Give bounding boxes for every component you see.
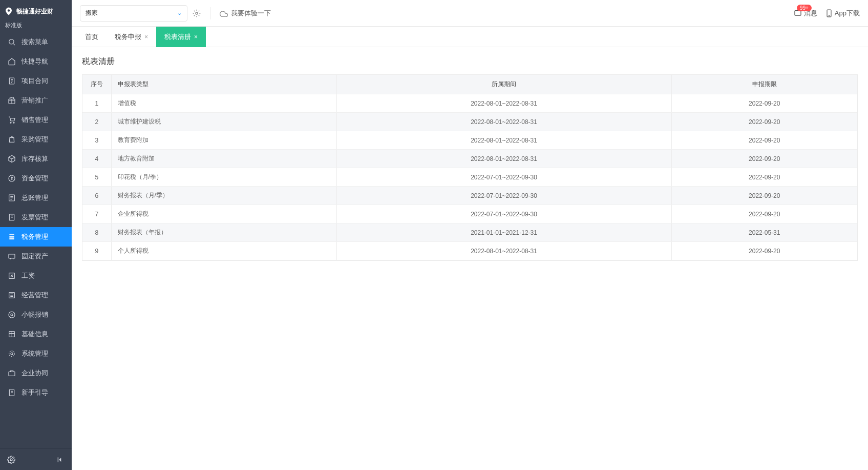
biz-icon	[7, 291, 16, 300]
cell-period: 2022-08-01~2022-08-31	[336, 94, 671, 113]
box-icon	[7, 154, 16, 164]
svg-point-3	[10, 122, 11, 123]
table-row[interactable]: 2 城市维护建设税 2022-08-01~2022-08-31 2022-09-…	[82, 113, 857, 131]
cell-deadline: 2022-05-31	[671, 223, 857, 242]
cell-index: 4	[82, 150, 111, 168]
cell-period: 2022-07-01~2022-09-30	[336, 168, 671, 187]
cell-type: 财务报表（年报）	[111, 223, 336, 242]
tab-label: 首页	[85, 32, 98, 42]
experience-link[interactable]: 我要体验一下	[220, 9, 271, 18]
tab-1[interactable]: 税务申报×	[107, 27, 156, 47]
svg-rect-18	[58, 457, 58, 462]
app-name: 畅捷通好业财	[16, 7, 53, 16]
topbar-right: 99+ 消息 App下载	[794, 9, 860, 18]
sidebar-item-report[interactable]: 小畅报销	[0, 305, 72, 324]
sidebar-item-label: 项目合同	[22, 76, 65, 86]
gear-icon[interactable]	[193, 9, 201, 17]
sidebar-item-guide[interactable]: 新手引导	[0, 383, 72, 402]
sidebar-item-label: 小畅报销	[22, 310, 65, 319]
table-row[interactable]: 4 地方教育附加 2022-08-01~2022-08-31 2022-09-2…	[82, 150, 857, 168]
main-area: 搬家 ⌄ 我要体验一下 99+ 消息	[72, 0, 868, 470]
sidebar-item-label: 工资	[22, 271, 65, 280]
svg-point-19	[196, 12, 198, 14]
table-row[interactable]: 3 教育费附加 2022-08-01~2022-08-31 2022-09-20	[82, 131, 857, 150]
settings-icon[interactable]	[7, 456, 15, 464]
sidebar-item-label: 新手引导	[22, 388, 65, 397]
sidebar-item-label: 营销推广	[22, 96, 65, 105]
sidebar-item-label: 快捷导航	[22, 57, 65, 66]
cell-period: 2022-08-01~2022-08-31	[336, 131, 671, 150]
cell-deadline: 2022-09-20	[671, 113, 857, 131]
cart-icon	[7, 115, 16, 125]
nav-menu: 搜索菜单快捷导航项目合同营销推广销售管理采购管理库存核算资金管理总账管理发票管理…	[0, 32, 72, 448]
table-row[interactable]: 6 财务报表（月/季） 2022-07-01~2022-09-30 2022-0…	[82, 187, 857, 205]
sidebar-item-bag[interactable]: 采购管理	[0, 130, 72, 149]
cell-period: 2022-08-01~2022-08-31	[336, 150, 671, 168]
search-icon	[7, 37, 16, 47]
sidebar-item-contract[interactable]: 项目合同	[0, 71, 72, 91]
tax-table: 序号 申报表类型 所属期间 申报期限 1 增值税 2022-08-01~2022…	[82, 75, 857, 260]
sidebar-item-invoice[interactable]: 发票管理	[0, 208, 72, 227]
tab-label: 税表清册	[164, 32, 191, 42]
sidebar-item-label: 固定资产	[22, 252, 65, 261]
cell-deadline: 2022-09-20	[671, 168, 857, 187]
sidebar-item-box[interactable]: 库存核算	[0, 149, 72, 169]
sidebar-item-cart[interactable]: 销售管理	[0, 110, 72, 130]
sidebar-item-gift[interactable]: 营销推广	[0, 91, 72, 110]
org-selector[interactable]: 搬家 ⌄	[80, 5, 187, 22]
sidebar-item-money[interactable]: 资金管理	[0, 169, 72, 188]
sidebar-item-collab[interactable]: 企业协同	[0, 363, 72, 383]
sidebar-item-asset[interactable]: 固定资产	[0, 247, 72, 266]
home-icon	[7, 57, 16, 66]
sidebar-item-base[interactable]: 基础信息	[0, 324, 72, 344]
sidebar-item-system[interactable]: 系统管理	[0, 344, 72, 363]
sidebar-item-tax[interactable]: 税务管理	[0, 227, 72, 247]
gift-icon	[7, 96, 16, 105]
sidebar-item-home[interactable]: 快捷导航	[0, 52, 72, 71]
sidebar-item-salary[interactable]: 工资	[0, 266, 72, 285]
guide-icon	[7, 388, 16, 397]
svg-point-4	[13, 122, 14, 123]
sidebar-item-label: 采购管理	[22, 135, 65, 144]
tab-0[interactable]: 首页	[77, 27, 107, 47]
chevron-down-icon: ⌄	[177, 10, 182, 16]
svg-point-11	[9, 312, 15, 318]
message-badge: 99+	[797, 5, 812, 11]
cell-index: 8	[82, 223, 111, 242]
asset-icon	[7, 252, 16, 261]
svg-point-17	[10, 459, 12, 461]
contract-icon	[7, 76, 16, 86]
sidebar-item-label: 企业协同	[22, 369, 65, 378]
money-icon	[7, 174, 16, 183]
svg-point-22	[829, 15, 829, 16]
cell-type: 地方教育附加	[111, 150, 336, 168]
svg-point-13	[9, 351, 15, 357]
sidebar-item-ledger[interactable]: 总账管理	[0, 188, 72, 208]
cell-deadline: 2022-09-20	[671, 205, 857, 223]
table-row[interactable]: 9 个人所得税 2022-08-01~2022-08-31 2022-09-20	[82, 242, 857, 260]
cell-deadline: 2022-09-20	[671, 187, 857, 205]
bag-icon	[7, 135, 16, 144]
sidebar-item-label: 发票管理	[22, 213, 65, 222]
sidebar-item-biz[interactable]: 经营管理	[0, 285, 72, 305]
cell-type: 教育费附加	[111, 131, 336, 150]
tab-2[interactable]: 税表清册×	[156, 27, 206, 47]
sidebar-item-search[interactable]: 搜索菜单	[0, 32, 72, 52]
table-row[interactable]: 8 财务报表（年报） 2021-01-01~2021-12-31 2022-05…	[82, 223, 857, 242]
content: 税表清册 序号 申报表类型 所属期间 申报期限 1 增值税 2022-08-01…	[72, 47, 868, 470]
sidebar-item-label: 销售管理	[22, 115, 65, 125]
system-icon	[7, 349, 16, 358]
collapse-icon[interactable]	[56, 456, 65, 464]
cell-deadline: 2022-09-20	[671, 131, 857, 150]
message-button[interactable]: 99+ 消息	[794, 9, 817, 18]
svg-point-0	[9, 39, 14, 44]
cell-deadline: 2022-09-20	[671, 242, 857, 260]
phone-icon	[825, 9, 833, 17]
table-row[interactable]: 5 印花税（月/季） 2022-07-01~2022-09-30 2022-09…	[82, 168, 857, 187]
app-download-button[interactable]: App下载	[825, 9, 860, 18]
table-row[interactable]: 1 增值税 2022-08-01~2022-08-31 2022-09-20	[82, 94, 857, 113]
close-icon[interactable]: ×	[194, 33, 198, 40]
table-row[interactable]: 7 企业所得税 2022-07-01~2022-09-30 2022-09-20	[82, 205, 857, 223]
close-icon[interactable]: ×	[144, 33, 148, 40]
app-logo-icon	[4, 7, 13, 16]
